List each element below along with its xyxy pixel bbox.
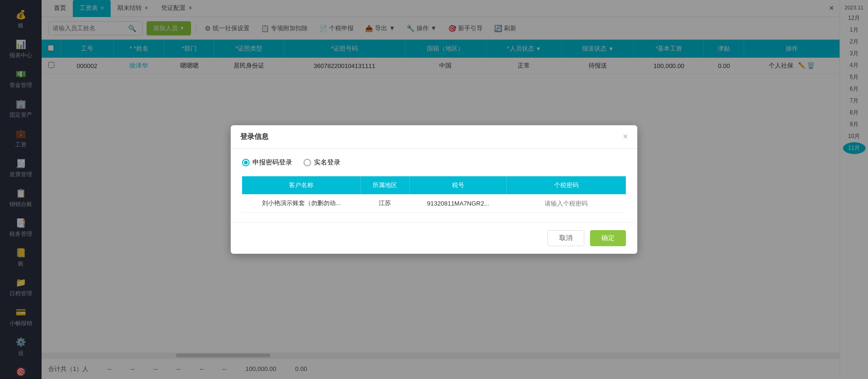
dialog-footer: 取消 确定: [231, 222, 637, 254]
radio-password-circle: [242, 159, 250, 166]
confirm-button[interactable]: 确定: [590, 230, 626, 246]
client-table: 客户名称 所属地区 税号 个税密码 刘小艳演示账套（勿删勿动... 江苏 913…: [242, 176, 626, 213]
tax-password-input[interactable]: [513, 200, 619, 207]
col-tax-no: 税号: [410, 176, 507, 194]
radio-password-label: 申报密码登录: [252, 158, 292, 167]
client-password-cell[interactable]: [507, 194, 626, 213]
client-name-cell: 刘小艳演示账套（勿删勿动...: [242, 194, 360, 213]
radio-realname-circle: [304, 159, 311, 166]
client-tax-no-cell: 91320811MA7NGR2...: [410, 194, 507, 213]
col-tax-password: 个税密码: [507, 176, 626, 194]
dialog-overlay: 登录信息 × 申报密码登录 实名登录 客户名称 所属地区: [0, 0, 868, 379]
radio-realname-label: 实名登录: [314, 158, 340, 167]
dialog-close-button[interactable]: ×: [623, 132, 628, 142]
radio-realname-login[interactable]: 实名登录: [304, 158, 340, 167]
col-client-name: 客户名称: [242, 176, 360, 194]
dialog-header: 登录信息 ×: [231, 125, 637, 149]
client-table-row: 刘小艳演示账套（勿删勿动... 江苏 91320811MA7NGR2...: [242, 194, 626, 213]
cancel-button[interactable]: 取消: [547, 230, 584, 246]
login-type-radio-group: 申报密码登录 实名登录: [242, 158, 626, 167]
client-region-cell: 江苏: [360, 194, 409, 213]
radio-password-login[interactable]: 申报密码登录: [242, 158, 292, 167]
col-region: 所属地区: [360, 176, 409, 194]
dialog-title: 登录信息: [240, 132, 269, 141]
dialog-body: 申报密码登录 实名登录 客户名称 所属地区 税号 个税密码: [231, 149, 637, 222]
login-info-dialog: 登录信息 × 申报密码登录 实名登录 客户名称 所属地区: [231, 125, 637, 254]
